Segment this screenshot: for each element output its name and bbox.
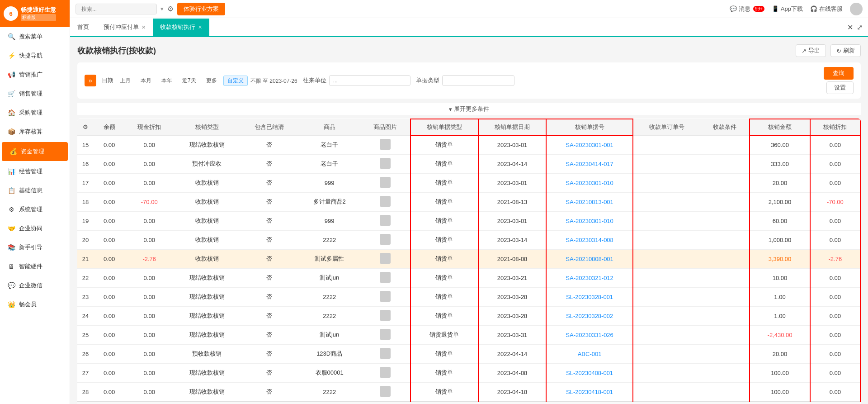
filter-last-month-btn[interactable]: 上月: [116, 76, 134, 86]
filter-date-range: 不限 至 2023-07-26: [250, 77, 297, 85]
cell-goods-img: [361, 287, 410, 306]
filter-counterpart-input[interactable]: [329, 75, 410, 86]
sidebar-item-enterprise[interactable]: 🤝企业协同: [0, 219, 70, 238]
cell-doc-no: SL-20230418-001: [546, 382, 633, 402]
doc-no-link[interactable]: SL-20230418-001: [566, 389, 613, 395]
table-footer: 40,556,66... 952.24: [77, 402, 860, 404]
filter-this-month-btn[interactable]: 本月: [137, 76, 155, 86]
cell-settled: 否: [241, 306, 298, 325]
doc-no-link[interactable]: SL-20230408-001: [566, 370, 613, 376]
industry-btn[interactable]: 体验行业方案: [177, 3, 225, 15]
export-btn[interactable]: ↗ 导出: [796, 44, 826, 57]
cell-goods-img: [361, 325, 410, 344]
topbar: ▾ ⚙ 体验行业方案 💬 消息 99+ 📱 App下载 🎧 在线客服: [70, 0, 868, 18]
smart-hw-label: 智能硬件: [19, 262, 42, 271]
avatar[interactable]: [850, 3, 863, 15]
topbar-gear-icon[interactable]: ⚙: [167, 5, 174, 13]
cell-doc-date: 2023-04-18: [478, 382, 546, 402]
app-download-item[interactable]: 📱 App下载: [772, 5, 803, 13]
sidebar-item-search-menu[interactable]: 🔍搜索菜单: [0, 27, 70, 46]
doc-no-link[interactable]: SA-20230331-026: [566, 332, 613, 338]
doc-no-link[interactable]: SA-20210808-001: [566, 256, 613, 262]
doc-no-link[interactable]: SA-20230321-012: [566, 275, 613, 281]
doc-no-link[interactable]: SL-20230328-001: [566, 294, 613, 300]
sidebar-item-business[interactable]: 📊经营管理: [0, 162, 70, 181]
filter-custom-btn[interactable]: 自定义: [223, 76, 248, 86]
expand-more-btn[interactable]: ▾ 展开更多条件: [77, 103, 861, 115]
filter-this-year-btn[interactable]: 本年: [158, 76, 176, 86]
content-area: 收款核销执行(按收款) ↗ 导出 ↻ 刷新 » 日期 上月 本月: [70, 37, 868, 404]
cell-type: 现结收款核销: [174, 135, 240, 154]
cell-doc-type: 销货单: [410, 344, 478, 363]
sidebar-item-purchase[interactable]: 🏠采购管理: [0, 103, 70, 122]
cell-doc-date: 2023-04-14: [478, 154, 546, 173]
cell-amount: 100.00: [750, 382, 810, 402]
online-service-item[interactable]: 🎧 在线客服: [810, 5, 843, 13]
tab-receipt-close[interactable]: ✕: [198, 24, 202, 30]
sidebar-item-smart-hw[interactable]: 🖥智能硬件: [0, 257, 70, 276]
filter-more-btn[interactable]: 更多: [203, 76, 221, 86]
cell-balance: 0.00: [94, 325, 125, 344]
query-btn[interactable]: 查询: [824, 67, 854, 80]
cell-discount: 0.00: [810, 287, 860, 306]
cell-no: 23: [77, 287, 94, 306]
cell-doc-date: 2023-03-21: [478, 268, 546, 287]
settings-btn[interactable]: 设置: [826, 81, 854, 94]
footer-discount: 952.24: [810, 402, 860, 404]
table-row: 190.000.00收款核销否999销货单2023-03-01SA-202303…: [77, 211, 860, 230]
doc-no-link[interactable]: SA-20230301-010: [566, 180, 613, 186]
cell-cash-discount: 0.00: [144, 275, 155, 281]
doc-no-link[interactable]: SA-20230301-010: [566, 218, 613, 224]
refresh-btn[interactable]: ↻ 刷新: [830, 44, 861, 57]
cell-condition: [700, 173, 750, 192]
filter-expand-btn[interactable]: »: [85, 75, 96, 86]
sidebar-item-inventory[interactable]: 📦库存核算: [0, 122, 70, 141]
cell-order-no: [633, 173, 700, 192]
purchase-icon: 🏠: [7, 109, 15, 116]
sidebar-item-sales[interactable]: 🛒销售管理: [0, 84, 70, 103]
th-gear[interactable]: ⚙: [77, 119, 94, 135]
sidebar-item-marketing[interactable]: 📢营销推广: [0, 65, 70, 84]
sidebar-item-finance[interactable]: 💰资金管理: [2, 142, 68, 161]
doc-no-link[interactable]: SA-20210813-001: [566, 199, 613, 205]
finance-icon: 💰: [9, 148, 17, 155]
page-header: 收款核销执行(按收款) ↗ 导出 ↻ 刷新: [77, 44, 861, 57]
sidebar-item-enterprise-wechat[interactable]: 💬企业微信: [0, 276, 70, 295]
filter-last7-btn[interactable]: 近7天: [179, 76, 200, 86]
sidebar-item-system[interactable]: ⚙系统管理: [0, 200, 70, 219]
cell-no: 19: [77, 211, 94, 230]
topbar-dropdown-arrow[interactable]: ▾: [160, 5, 164, 12]
app-icon: 📱: [772, 5, 779, 12]
topbar-search-input[interactable]: [75, 4, 157, 14]
beginner-icon: 📚: [7, 244, 15, 251]
doc-no-link[interactable]: SL-20230328-002: [566, 313, 613, 319]
cell-balance: 0.00: [94, 173, 125, 192]
cell-goods: 2222: [298, 382, 361, 402]
doc-no-link[interactable]: SA-20230301-001: [566, 142, 613, 148]
tab-maximize-icon[interactable]: ⤢: [857, 23, 863, 32]
sidebar-item-quick-nav[interactable]: ⚡快捷导航: [0, 46, 70, 65]
filter-doctype-select[interactable]: [442, 75, 514, 86]
cell-doc-no: SA-20230321-012: [546, 268, 633, 287]
tab-receipt[interactable]: 收款核销执行 ✕: [153, 19, 209, 37]
cell-type: 现结收款核销: [174, 363, 240, 382]
cell-goods: 2222: [298, 230, 361, 249]
tab-close-all-icon[interactable]: ✕: [847, 23, 853, 32]
cell-order-no: [633, 249, 700, 268]
cell-doc-date: 2022-04-14: [478, 344, 546, 363]
tab-home[interactable]: 首页: [70, 19, 96, 37]
message-item[interactable]: 💬 消息 99+: [730, 5, 764, 13]
table-row: 200.000.00收款核销否2222销货单2023-03-14SA-20230…: [77, 230, 860, 249]
tab-prepay-close[interactable]: ✕: [142, 24, 146, 30]
doc-no-link[interactable]: SA-20230414-017: [566, 161, 613, 167]
page-actions: ↗ 导出 ↻ 刷新: [796, 44, 861, 57]
cell-balance: 0.00: [94, 230, 125, 249]
th-condition: 收款条件: [700, 119, 750, 135]
doc-no-link[interactable]: SA-20230314-008: [566, 237, 613, 243]
sidebar-item-basic-info[interactable]: 📋基础信息: [0, 181, 70, 200]
cell-order-no: [633, 154, 700, 173]
sidebar-item-beginner[interactable]: 📚新手引导: [0, 238, 70, 257]
sidebar-item-member[interactable]: 👑畅会员: [0, 295, 70, 314]
tab-prepay[interactable]: 预付冲应付单 ✕: [96, 19, 153, 37]
doc-no-link[interactable]: ABC-001: [578, 351, 602, 357]
